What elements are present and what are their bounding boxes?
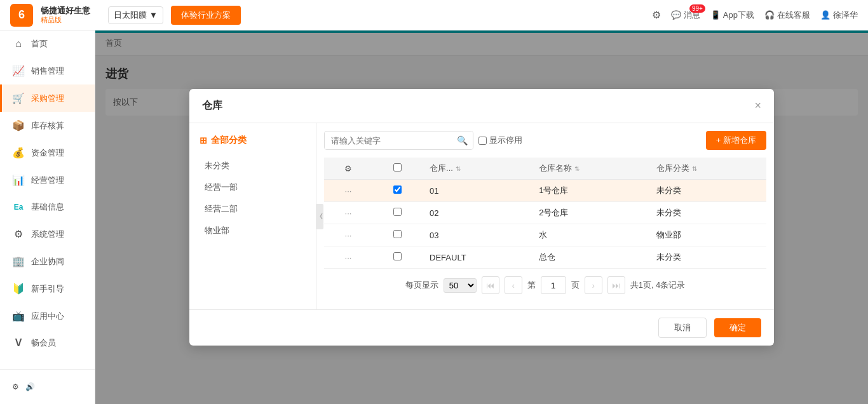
sales-icon: 📈 bbox=[12, 65, 25, 77]
table-row[interactable]: ··· 03 水 物业部 bbox=[324, 224, 766, 246]
add-warehouse-button[interactable]: + 新增仓库 bbox=[706, 131, 766, 150]
select-all-checkbox[interactable] bbox=[393, 163, 402, 172]
search-input-wrap: 🔍 bbox=[324, 131, 473, 150]
category-item-unclassified[interactable]: 未分类 bbox=[197, 155, 308, 177]
page-number-input[interactable] bbox=[541, 276, 566, 294]
sidebar-item-inventory[interactable]: 📦 库存核算 bbox=[0, 112, 95, 139]
total-info: 共1页, 4条记录 bbox=[630, 279, 686, 291]
collapse-panel-button[interactable]: 《 bbox=[316, 204, 323, 229]
guide-icon: 🔰 bbox=[12, 283, 25, 295]
row-name: 总仓 bbox=[531, 246, 649, 269]
system-icon: ⚙ bbox=[12, 228, 25, 240]
category-item-ops2[interactable]: 经营二部 bbox=[197, 198, 308, 220]
row-checkbox[interactable] bbox=[393, 230, 402, 238]
inventory-icon: 📦 bbox=[12, 119, 25, 131]
basic-info-icon: Ea bbox=[12, 203, 25, 212]
dialog-close-button[interactable]: × bbox=[754, 99, 761, 112]
page-label: 第 bbox=[527, 279, 536, 291]
row-actions[interactable]: ··· bbox=[324, 246, 372, 269]
category-item-property[interactable]: 物业部 bbox=[197, 220, 308, 241]
app-download[interactable]: 📱 App下载 bbox=[710, 10, 754, 21]
prev-page-button[interactable]: ‹ bbox=[505, 276, 522, 294]
search-button[interactable]: 🔍 bbox=[452, 131, 473, 149]
sidebar-bottom: ⚙ 🔊 bbox=[0, 369, 95, 404]
row-index: 01 bbox=[422, 180, 531, 202]
row-name: 2号仓库 bbox=[531, 202, 649, 224]
confirm-button[interactable]: 确定 bbox=[714, 318, 761, 337]
row-actions[interactable]: ··· bbox=[324, 202, 372, 224]
next-page-button[interactable]: › bbox=[585, 276, 602, 294]
warehouse-table: ⚙ 仓库... ⇅ bbox=[324, 158, 766, 269]
sidebar-item-app-center[interactable]: 📺 应用中心 bbox=[0, 302, 95, 330]
sidebar-item-operations[interactable]: 📊 经营管理 bbox=[0, 166, 95, 194]
warehouse-dialog: 仓库 × ⊞ 全部分类 未分类 经营一部 经营二部 物业部 bbox=[189, 89, 774, 346]
row-index: 02 bbox=[422, 202, 531, 224]
sort-category-icon: ⇅ bbox=[692, 165, 697, 172]
row-category: 未分类 bbox=[649, 246, 766, 269]
main-content: 首页 进货 按以下 仓库 × ⊞ bbox=[95, 30, 868, 404]
online-service[interactable]: 🎧 在线客服 bbox=[764, 10, 810, 21]
settings-bottom-icon: ⚙ bbox=[12, 382, 19, 391]
table-row[interactable]: ··· 01 1号仓库 未分类 bbox=[324, 180, 766, 202]
show-disabled-toggle: 显示停用 bbox=[478, 135, 522, 146]
company-selector[interactable]: 日太阳膜 ▼ bbox=[108, 6, 163, 24]
volume-icon: 🔊 bbox=[25, 382, 35, 391]
last-page-button[interactable]: ⏭ bbox=[607, 276, 625, 294]
settings-icon[interactable]: ⚙ bbox=[652, 9, 661, 21]
row-name: 水 bbox=[531, 224, 649, 246]
warehouse-table-panel: 🔍 显示停用 + 新增仓库 bbox=[316, 123, 774, 309]
per-page-label: 每页显示 bbox=[405, 279, 438, 291]
sidebar-item-finance[interactable]: 💰 资金管理 bbox=[0, 139, 95, 166]
search-input[interactable] bbox=[325, 132, 452, 149]
row-checkbox[interactable] bbox=[393, 208, 402, 216]
first-page-button[interactable]: ⏮ bbox=[482, 276, 499, 294]
operations-icon: 📊 bbox=[12, 174, 25, 186]
per-page-select[interactable]: 50 10 20 100 bbox=[444, 278, 477, 293]
show-disabled-checkbox[interactable] bbox=[478, 137, 487, 145]
user-menu[interactable]: 👤 徐泽华 bbox=[820, 10, 858, 21]
finance-icon: 💰 bbox=[12, 147, 25, 159]
sort-name-icon: ⇅ bbox=[574, 165, 580, 172]
grid-icon: ⊞ bbox=[200, 135, 207, 145]
app-logo: 6 bbox=[10, 4, 33, 27]
sidebar-item-enterprise[interactable]: 🏢 企业协同 bbox=[0, 248, 95, 275]
col-name-header[interactable]: 仓库名称 ⇅ bbox=[531, 158, 649, 180]
row-category: 未分类 bbox=[649, 202, 766, 224]
row-category: 物业部 bbox=[649, 224, 766, 246]
page-unit: 页 bbox=[571, 279, 580, 291]
sidebar-item-guide[interactable]: 🔰 新手引导 bbox=[0, 275, 95, 302]
member-icon: V bbox=[12, 337, 25, 349]
col-code-header[interactable]: 仓库... ⇅ bbox=[422, 158, 531, 180]
sidebar-item-sales[interactable]: 📈 销售管理 bbox=[0, 57, 95, 84]
trial-button[interactable]: 体验行业方案 bbox=[171, 6, 241, 25]
sidebar-settings[interactable]: ⚙ 🔊 bbox=[0, 375, 95, 399]
cancel-button[interactable]: 取消 bbox=[658, 318, 707, 338]
table-container: ⚙ 仓库... ⇅ bbox=[324, 158, 766, 269]
col-category-header[interactable]: 仓库分类 ⇅ bbox=[649, 158, 766, 180]
brand-info: 畅捷通好生意 精品版 bbox=[41, 6, 90, 24]
chevron-down-icon: ▼ bbox=[149, 10, 158, 20]
topbar: 6 畅捷通好生意 精品版 日太阳膜 ▼ 体验行业方案 ⚙ 💬 消息 99+ 📱 … bbox=[0, 0, 868, 30]
sidebar-item-member[interactable]: V 畅会员 bbox=[0, 330, 95, 356]
table-toolbar: 🔍 显示停用 + 新增仓库 bbox=[324, 131, 766, 150]
notification-area[interactable]: 💬 消息 99+ bbox=[671, 10, 700, 21]
row-checkbox[interactable] bbox=[393, 185, 402, 194]
sidebar-item-basic-info[interactable]: Ea 基础信息 bbox=[0, 194, 95, 220]
category-item-ops1[interactable]: 经营一部 bbox=[197, 177, 308, 198]
sidebar-item-purchase[interactable]: 🛒 采购管理 bbox=[0, 84, 95, 112]
row-checkbox[interactable] bbox=[393, 252, 402, 260]
collapse-icon: 《 bbox=[316, 212, 323, 221]
table-row[interactable]: ··· 02 2号仓库 未分类 bbox=[324, 202, 766, 224]
all-categories-header[interactable]: ⊞ 全部分类 bbox=[197, 131, 308, 150]
table-row[interactable]: ··· DEFAULT 总仓 未分类 bbox=[324, 246, 766, 269]
enterprise-icon: 🏢 bbox=[12, 255, 25, 267]
row-actions[interactable]: ··· bbox=[324, 180, 372, 202]
row-actions[interactable]: ··· bbox=[324, 224, 372, 246]
col-checkbox bbox=[372, 158, 422, 180]
sidebar-item-home[interactable]: ⌂ 首页 bbox=[0, 30, 95, 57]
row-name: 1号仓库 bbox=[531, 180, 649, 202]
home-icon: ⌂ bbox=[12, 38, 25, 50]
col-settings: ⚙ bbox=[324, 158, 372, 180]
sort-code-icon: ⇅ bbox=[456, 165, 461, 172]
sidebar-item-system[interactable]: ⚙ 系统管理 bbox=[0, 220, 95, 248]
